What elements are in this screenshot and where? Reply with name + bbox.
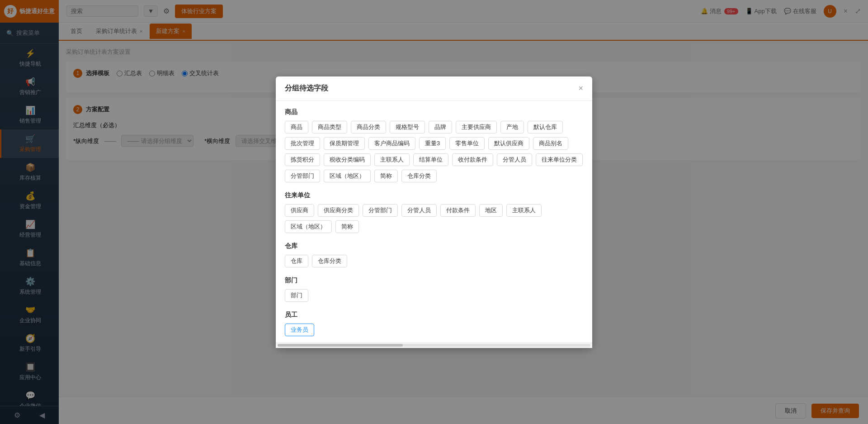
field-group-department: 部门 部门 (285, 276, 583, 302)
field-tag[interactable]: 税收分类编码 (324, 153, 371, 166)
field-tag[interactable]: 分管人员 (401, 204, 437, 217)
field-tag[interactable]: 主要供应商 (456, 121, 497, 133)
warehouse-field-tags: 仓库 仓库分类 (285, 255, 583, 267)
modal-title: 分组待选字段 (285, 84, 328, 93)
field-tag[interactable]: 规格型号 (390, 121, 425, 133)
field-tag[interactable]: 仓库 (285, 255, 308, 267)
field-tag[interactable]: 地区 (479, 204, 503, 217)
field-tag[interactable]: 主联系人 (506, 204, 542, 217)
field-tag[interactable]: 区域（地区） (285, 220, 332, 233)
field-tag[interactable]: 客户商品编码 (368, 137, 415, 150)
field-tag[interactable]: 部门 (285, 289, 308, 302)
field-tag[interactable]: 零售单位 (449, 137, 485, 150)
field-tag[interactable]: 拣货积分 (285, 153, 320, 166)
modal-header: 分组待选字段 × (276, 76, 592, 101)
field-tag[interactable]: 商品分类 (351, 121, 386, 133)
field-group-partner-title: 往来单位 (285, 191, 583, 200)
field-tag[interactable]: 结算单位 (413, 153, 448, 166)
field-tag[interactable]: 分管部门 (363, 204, 398, 217)
field-tag[interactable]: 分管人员 (497, 153, 532, 166)
employee-field-tags: 业务员 (285, 324, 583, 336)
field-group-department-title: 部门 (285, 276, 583, 285)
field-tag-employee[interactable]: 业务员 (285, 324, 314, 336)
field-group-employee: 员工 业务员 (285, 311, 583, 336)
field-tag[interactable]: 简称 (374, 170, 398, 182)
department-field-tags: 部门 (285, 289, 583, 302)
scrollbar-thumb (278, 344, 403, 347)
field-selection-modal: 分组待选字段 × 商品 商品 商品类型 商品分类 规格型号 品牌 主要供应商 产… (276, 76, 592, 348)
modal-body[interactable]: 商品 商品 商品类型 商品分类 规格型号 品牌 主要供应商 产地 默认仓库 批次… (276, 101, 592, 343)
scrollbar-track (278, 344, 590, 347)
field-group-product-title: 商品 (285, 108, 583, 116)
field-tag[interactable]: 商品类型 (312, 121, 347, 133)
product-field-tags: 商品 商品类型 商品分类 规格型号 品牌 主要供应商 产地 默认仓库 批次管理 … (285, 121, 583, 182)
field-tag[interactable]: 简称 (335, 220, 359, 233)
field-tag[interactable]: 供应商分类 (318, 204, 359, 217)
modal-scrollbar[interactable] (276, 343, 592, 348)
field-tag[interactable]: 保质期管理 (324, 137, 365, 150)
field-tag[interactable]: 批次管理 (285, 137, 320, 150)
field-tag[interactable]: 供应商 (285, 204, 314, 217)
field-tag[interactable]: 仓库分类 (401, 170, 437, 182)
field-tag[interactable]: 分管部门 (285, 170, 320, 182)
field-tag[interactable]: 收付款条件 (452, 153, 493, 166)
field-tag[interactable]: 商品 (285, 121, 308, 133)
field-tag[interactable]: 区域（地区） (324, 170, 371, 182)
field-tag[interactable]: 产地 (500, 121, 524, 133)
field-tag[interactable]: 商品别名 (533, 137, 568, 150)
field-group-warehouse: 仓库 仓库 仓库分类 (285, 242, 583, 267)
modal-overlay: 分组待选字段 × 商品 商品 商品类型 商品分类 规格型号 品牌 主要供应商 产… (0, 0, 868, 424)
field-tag[interactable]: 往来单位分类 (536, 153, 583, 166)
field-tag[interactable]: 品牌 (429, 121, 452, 133)
field-tag[interactable]: 仓库分类 (312, 255, 347, 267)
field-tag[interactable]: 主联系人 (374, 153, 410, 166)
field-tag[interactable]: 默认仓库 (528, 121, 563, 133)
field-group-employee-title: 员工 (285, 311, 583, 319)
partner-field-tags: 供应商 供应商分类 分管部门 分管人员 付款条件 地区 主联系人 区域（地区） … (285, 204, 583, 233)
field-group-partner: 往来单位 供应商 供应商分类 分管部门 分管人员 付款条件 地区 主联系人 区域… (285, 191, 583, 233)
field-tag[interactable]: 重量3 (419, 137, 446, 150)
field-group-warehouse-title: 仓库 (285, 242, 583, 250)
field-tag[interactable]: 付款条件 (440, 204, 476, 217)
modal-close-button[interactable]: × (578, 84, 583, 93)
field-tag[interactable]: 默认供应商 (488, 137, 529, 150)
field-group-product: 商品 商品 商品类型 商品分类 规格型号 品牌 主要供应商 产地 默认仓库 批次… (285, 108, 583, 182)
